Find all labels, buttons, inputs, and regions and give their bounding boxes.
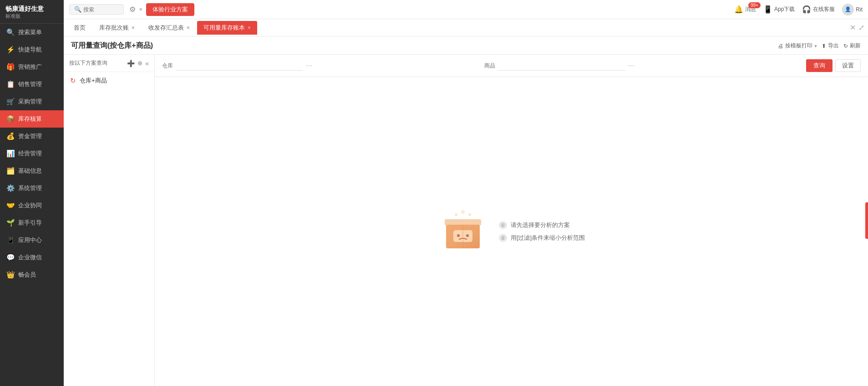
- sidebar-item-sales[interactable]: 📋 销售管理: [0, 76, 64, 93]
- app-name: 畅康通好生意: [5, 5, 58, 13]
- scheme-item-warehouse-product[interactable]: ↻ 仓库+商品: [64, 72, 154, 89]
- svg-point-4: [457, 234, 460, 237]
- sidebar-item-newuser[interactable]: 🌱 新手引导: [0, 214, 64, 232]
- print-dropdown-icon[interactable]: ▾: [814, 43, 817, 49]
- sidebar-item-label: 畅会员: [18, 271, 36, 279]
- messages-item[interactable]: 🔔 消息 99+: [734, 5, 756, 14]
- tab-home-label: 首页: [74, 24, 86, 32]
- product-label: 商品: [484, 62, 495, 70]
- app-logo: 畅康通好生意 标准版: [0, 0, 64, 24]
- svg-point-7: [455, 213, 457, 216]
- scheme-query-label: 按以下方案查询: [69, 59, 107, 67]
- top-header: 🔍 ⚙ ▾ 体验行业方案 🔔 消息 99+ 📱 App下载 🎧 在线客服: [64, 0, 868, 19]
- svg-point-8: [461, 210, 465, 214]
- main-area: 🔍 ⚙ ▾ 体验行业方案 🔔 消息 99+ 📱 App下载 🎧 在线客服: [64, 0, 868, 386]
- empty-hint-2: ② 用[过滤]条件来缩小分析范围: [499, 234, 585, 242]
- gear-icon: ⚙️: [6, 184, 15, 192]
- user-name: Rit: [856, 6, 863, 13]
- export-icon: ⬆: [822, 43, 826, 49]
- search-input[interactable]: [83, 6, 120, 13]
- customer-service-item[interactable]: 🎧 在线客服: [802, 5, 835, 14]
- app-download-label: App下载: [774, 5, 795, 13]
- refresh-action[interactable]: ↻ 刷新: [843, 42, 861, 50]
- tab-close-all-icon[interactable]: ✕: [850, 23, 856, 32]
- sidebar-item-search[interactable]: 🔍 搜索菜单: [0, 24, 64, 41]
- sprout-icon: 🌱: [6, 219, 15, 227]
- settings-button[interactable]: 设置: [835, 59, 861, 72]
- refresh-label: 刷新: [850, 42, 861, 50]
- empty-hint-1: ① 请先选择要分析的方案: [499, 221, 585, 229]
- warehouse-field: 仓库 ···: [162, 61, 477, 71]
- settings-icon[interactable]: ⚙: [127, 3, 137, 15]
- tab-batch[interactable]: 库存批次账 ×: [93, 21, 141, 35]
- quicknav-icon: ⚡: [6, 46, 15, 54]
- sidebar-item-operations[interactable]: 📊 经营管理: [0, 145, 64, 162]
- sidebar-item-label: 新手引导: [18, 219, 42, 227]
- sidebar-item-label: 快捷导航: [18, 46, 42, 54]
- sidebar-item-wechat[interactable]: 💬 企业微信: [0, 249, 64, 266]
- header-right: 🔔 消息 99+ 📱 App下载 🎧 在线客服 👤 Rit: [734, 4, 863, 15]
- chart-icon: 📊: [6, 149, 15, 158]
- panel-header-icons: ➕ ⊕ «: [127, 60, 149, 67]
- refresh-icon: ↻: [843, 43, 848, 49]
- sidebar-item-label: 营销推广: [18, 63, 42, 71]
- trial-button[interactable]: 体验行业方案: [146, 3, 194, 16]
- export-action[interactable]: ⬆ 导出: [822, 42, 839, 50]
- wechat-icon: 💬: [6, 253, 15, 262]
- empty-state: ① 请先选择要分析的方案 ② 用[过滤]条件来缩小分析范围: [155, 77, 868, 386]
- messages-badge: 99+: [748, 2, 761, 8]
- sidebar-item-quicknav[interactable]: ⚡ 快捷导航: [0, 41, 64, 58]
- settings-scheme-icon[interactable]: ⊕: [137, 60, 142, 67]
- product-input[interactable]: [498, 61, 625, 71]
- tab-available-close-icon[interactable]: ×: [248, 25, 251, 31]
- handshake-icon: 🤝: [6, 201, 15, 210]
- sidebar-item-apps[interactable]: 📱 应用中心: [0, 232, 64, 249]
- sidebar-item-label: 销售管理: [18, 80, 42, 88]
- sidebar-item-system[interactable]: ⚙️ 系统管理: [0, 180, 64, 197]
- right-panel: 仓库 ··· 商品 ··· 查询 设置: [155, 55, 868, 386]
- tab-summary[interactable]: 收发存汇总表 ×: [142, 21, 196, 35]
- tab-batch-close-icon[interactable]: ×: [132, 25, 135, 31]
- clipboard-icon: 📋: [6, 80, 15, 88]
- bell-icon: 🔔: [734, 5, 743, 14]
- sidebar-item-enterprise[interactable]: 🤝 企业协同: [0, 197, 64, 214]
- product-field: 商品 ···: [484, 61, 799, 71]
- filter-actions: 查询 设置: [806, 59, 861, 72]
- sidebar-item-label: 搜索菜单: [18, 28, 42, 36]
- sidebar-item-member[interactable]: 👑 畅会员: [0, 266, 64, 283]
- collapse-panel-icon[interactable]: «: [145, 60, 149, 67]
- product-more-icon[interactable]: ···: [628, 62, 634, 70]
- query-button[interactable]: 查询: [806, 59, 832, 72]
- sidebar-item-finance[interactable]: 💰 资金管理: [0, 128, 64, 145]
- sidebar-item-basic[interactable]: 🗂️ 基础信息: [0, 162, 64, 180]
- add-scheme-icon[interactable]: ➕: [127, 60, 135, 67]
- warehouse-input[interactable]: [176, 61, 303, 71]
- app-download-item[interactable]: 📱 App下载: [763, 5, 795, 14]
- scroll-indicator[interactable]: [865, 202, 868, 239]
- svg-rect-0: [445, 219, 481, 226]
- filter-bar: 仓库 ··· 商品 ··· 查询 设置: [155, 55, 868, 77]
- print-action[interactable]: 🖨 按模板打印 ▾: [778, 42, 817, 50]
- tab-home[interactable]: 首页: [67, 21, 92, 35]
- tab-summary-close-icon[interactable]: ×: [187, 25, 190, 31]
- sidebar-item-purchase[interactable]: 🛒 采购管理: [0, 93, 64, 110]
- empty-text-block: ① 请先选择要分析的方案 ② 用[过滤]条件来缩小分析范围: [499, 221, 585, 242]
- gift-icon: 🎁: [6, 63, 15, 71]
- tab-available[interactable]: 可用量库存账本 ×: [197, 21, 257, 35]
- header-search-box[interactable]: 🔍: [69, 4, 124, 15]
- hint-text-2: 用[过滤]条件来缩小分析范围: [511, 234, 585, 242]
- tab-batch-label: 库存批次账: [99, 24, 129, 32]
- sidebar: 畅康通好生意 标准版 🔍 搜索菜单 ⚡ 快捷导航 🎁 营销推广 📋 销售管理 🛒…: [0, 0, 64, 386]
- sidebar-item-inventory[interactable]: 📦 库存核算: [0, 110, 64, 128]
- sidebar-item-label: 基础信息: [18, 167, 42, 175]
- sidebar-scroll: 🔍 搜索菜单 ⚡ 快捷导航 🎁 营销推广 📋 销售管理 🛒 采购管理 📦 库存核…: [0, 24, 64, 386]
- tab-expand-icon[interactable]: ⤢: [858, 23, 864, 32]
- tab-bar: 首页 库存批次账 × 收发存汇总表 × 可用量库存账本 × ✕ ⤢: [64, 19, 868, 36]
- sidebar-item-label: 企业微信: [18, 253, 42, 262]
- scheme-refresh-icon: ↻: [70, 77, 76, 85]
- sidebar-item-marketing[interactable]: 🎁 营销推广: [0, 58, 64, 76]
- warehouse-more-icon[interactable]: ···: [306, 62, 312, 70]
- search-magnifier-icon: 🔍: [74, 6, 81, 13]
- dropdown-arrow-icon[interactable]: ▾: [139, 6, 142, 13]
- user-profile[interactable]: 👤 Rit: [842, 4, 863, 15]
